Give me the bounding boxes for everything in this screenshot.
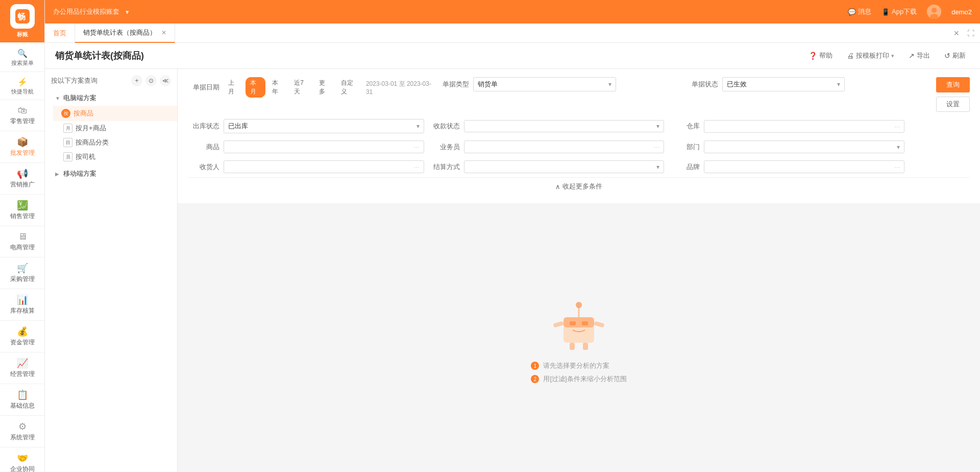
download-icon: 📱 — [881, 8, 890, 16]
receiver-more-icon[interactable]: ··· — [414, 163, 420, 171]
product-input[interactable]: ··· — [224, 140, 424, 153]
tree-item-by-month[interactable]: 月 按月+商品 — [53, 121, 177, 135]
date-btn-this-month[interactable]: 本月 — [246, 77, 265, 98]
date-btn-7days[interactable]: 近7天 — [289, 77, 312, 98]
tree-mobile-section[interactable]: ▶ 移动端方案 — [45, 166, 177, 181]
marketing-label: 营销推广 — [10, 180, 35, 189]
by-printer-label: 按司机 — [76, 152, 95, 161]
sidebar-item-ecommerce[interactable]: 🖥 电商管理 — [0, 226, 44, 257]
sidebar-item-retail[interactable]: 🛍 零售管理 — [0, 100, 44, 131]
staff-input[interactable]: ··· — [464, 140, 665, 153]
collapse-panel-btn[interactable]: ≪ — [160, 75, 171, 86]
sidebar-item-sales[interactable]: 💹 销售管理 — [0, 195, 44, 226]
settings-btn[interactable]: 设置 — [936, 97, 970, 112]
warehouse-input[interactable]: ··· — [704, 120, 904, 133]
out-status-select[interactable]: 已出库 ▾ — [224, 119, 424, 133]
wholesale-icon: 📦 — [17, 136, 28, 148]
basic-label: 基础信息 — [10, 402, 35, 410]
tree-item-by-product[interactable]: 按 按商品 — [53, 106, 177, 121]
message-btn[interactable]: 💬 消息 — [848, 7, 871, 16]
user-avatar[interactable] — [927, 5, 941, 19]
sidebar-item-marketing[interactable]: 📢 营销推广 — [0, 163, 44, 195]
sidebar-item-operations[interactable]: 📈 经营管理 — [0, 352, 44, 384]
payment-arrow-icon: ▾ — [656, 163, 659, 171]
collect-status-select[interactable]: ▾ — [464, 120, 665, 132]
product-more-icon[interactable]: ··· — [414, 143, 420, 151]
out-status-label: 出库状态 — [188, 122, 224, 131]
tree-item-by-cat[interactable]: 目 按商品分类 — [53, 135, 177, 150]
date-btn-more[interactable]: 更多 — [314, 77, 334, 98]
tab-sales-stats[interactable]: 销货单统计表（按商品） ✕ — [75, 23, 175, 43]
dept-select[interactable]: ▾ — [704, 140, 904, 153]
ecommerce-label: 电商管理 — [10, 243, 35, 252]
receiver-input[interactable]: ··· — [224, 160, 424, 173]
doc-status-select[interactable]: 已生效 ▾ — [722, 77, 845, 91]
maximize-window-btn[interactable]: ⛶ — [966, 28, 976, 38]
collect-status-filter: 收款状态 ▾ — [428, 120, 665, 132]
product-filter: 商品 ··· — [188, 140, 424, 153]
sidebar-item-system[interactable]: ⚙ 系统管理 — [0, 416, 44, 447]
sidebar-item-wholesale[interactable]: 📦 批发管理 — [0, 131, 44, 163]
sidebar-item-basic[interactable]: 📋 基础信息 — [0, 384, 44, 416]
logo-area[interactable]: 畅 标账 — [0, 0, 44, 42]
company-dropdown-icon[interactable]: ▾ — [126, 8, 129, 16]
add-scheme-btn[interactable]: + — [131, 75, 142, 86]
tab-close-icon[interactable]: ✕ — [161, 29, 166, 36]
quicknav-label: 快捷导航 — [11, 88, 34, 95]
print-btn[interactable]: 🖨 按模板打印 ▾ — [843, 49, 898, 62]
warehouse-more-icon[interactable]: ··· — [894, 123, 900, 130]
date-btn-custom[interactable]: 自定义 — [336, 77, 362, 98]
purchase-label: 采购管理 — [10, 275, 35, 284]
sidebar-item-enterprise[interactable]: 🤝 企业协同 — [0, 447, 44, 472]
help-btn[interactable]: ❓ 帮助 — [804, 49, 837, 62]
date-label: 单据日期 — [188, 83, 224, 92]
export-btn[interactable]: ↗ 导出 — [904, 49, 934, 62]
empty-state-steps: 1 请先选择要分析的方案 2 用[过滤]条件来缩小分析范围 — [531, 361, 626, 388]
enterprise-icon: 🤝 — [17, 453, 28, 464]
right-panel: 单据日期 上月 本月 本年 近7天 更多 自定义 20 — [178, 69, 980, 472]
sidebar-search-item[interactable]: 🔍 搜索菜单 — [0, 42, 44, 72]
brand-input[interactable]: ··· — [704, 160, 904, 173]
main-area: 1 请先选择要分析的方案 2 用[过滤]条件来缩小分析范围 — [178, 207, 980, 472]
date-btn-last-month[interactable]: 上月 — [224, 77, 243, 98]
sidebar-item-stock[interactable]: 📊 库存核算 — [0, 289, 44, 321]
staff-more-icon[interactable]: ··· — [654, 143, 660, 151]
svg-text:畅: 畅 — [17, 12, 26, 21]
settings-scheme-btn[interactable]: ⊙ — [145, 75, 157, 86]
tab-window-controls: ✕ ⛶ — [951, 28, 976, 38]
help-icon: ❓ — [808, 52, 817, 60]
payment-select[interactable]: ▾ — [464, 160, 665, 173]
left-panel: 按以下方案查询 + ⊙ ≪ ▼ 电脑端方案 按 按商品 — [45, 69, 178, 472]
close-window-btn[interactable]: ✕ — [951, 28, 962, 38]
sidebar-item-finance[interactable]: 💰 资金管理 — [0, 321, 44, 352]
date-btn-this-year[interactable]: 本年 — [267, 77, 287, 98]
left-panel-actions: + ⊙ ≪ — [131, 75, 171, 86]
enterprise-label: 企业协同 — [10, 465, 35, 472]
empty-state: 1 请先选择要分析的方案 2 用[过滤]条件来缩小分析范围 — [531, 292, 626, 388]
doc-type-select[interactable]: 销货单 ▾ — [473, 77, 616, 91]
warehouse-filter: 仓库 ··· — [668, 120, 904, 133]
refresh-btn[interactable]: ↺ 刷新 — [940, 49, 970, 62]
query-button-group: 查询 设置 — [936, 77, 970, 112]
dept-label: 部门 — [668, 143, 704, 152]
tab-sales-stats-label: 销货单统计表（按商品） — [83, 28, 156, 37]
brand-more-icon[interactable]: ··· — [894, 163, 900, 171]
sidebar-quicknav-item[interactable]: ⚡ 快捷导航 — [0, 72, 44, 100]
filter-row-1: 单据日期 上月 本月 本年 近7天 更多 自定义 20 — [188, 77, 970, 112]
collapse-bar[interactable]: ∧ 收起更多条件 — [188, 177, 970, 195]
print-dropdown-icon[interactable]: ▾ — [891, 53, 894, 59]
staff-filter: 业务员 ··· — [428, 140, 665, 153]
tab-bar: 首页 销货单统计表（按商品） ✕ ✕ ⛶ — [45, 23, 980, 43]
operations-label: 经营管理 — [10, 370, 35, 379]
app-download-btn[interactable]: 📱 App下载 — [881, 7, 917, 16]
sidebar-item-purchase[interactable]: 🛒 采购管理 — [0, 257, 44, 289]
filter-area: 单据日期 上月 本月 本年 近7天 更多 自定义 20 — [178, 69, 980, 203]
tree-pc-section[interactable]: ▼ 电脑端方案 — [45, 90, 177, 106]
svg-point-14 — [576, 302, 582, 308]
tab-home-label: 首页 — [53, 29, 66, 38]
tab-home[interactable]: 首页 — [45, 23, 75, 43]
wholesale-label: 批发管理 — [10, 149, 35, 157]
doc-status-value: 已生效 — [727, 80, 747, 89]
tree-item-by-printer[interactable]: 员 按司机 — [53, 150, 177, 164]
query-btn[interactable]: 查询 — [936, 77, 970, 92]
